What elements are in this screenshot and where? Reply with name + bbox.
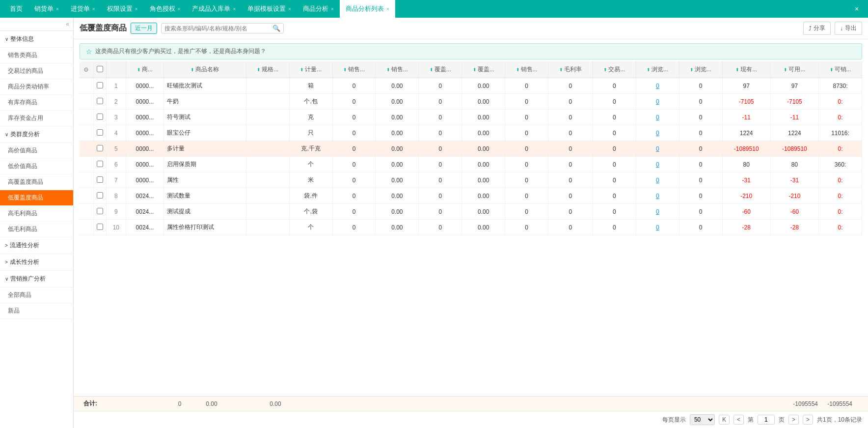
row-browse-a[interactable]: 0	[636, 110, 679, 125]
table-container[interactable]: ⚙ ⬆商... ⬆商品名称 ⬆规格... ⬆计量... ⬆销售... ⬆销售..…	[74, 61, 868, 396]
th-trade[interactable]: ⬆交易...	[593, 61, 636, 78]
th-cover-b[interactable]: ⬆覆盖...	[462, 61, 505, 78]
nav-purchase[interactable]: 进货单 ×	[65, 0, 101, 18]
nav-role-close[interactable]: ×	[178, 6, 181, 12]
search-input[interactable]	[164, 25, 272, 32]
row-settings[interactable]	[80, 204, 93, 220]
row-checkbox[interactable]	[93, 220, 106, 235]
row-settings[interactable]	[80, 125, 93, 141]
row-browse-a[interactable]: 0	[636, 204, 679, 220]
sidebar-item-low-margin[interactable]: 低毛利商品	[0, 222, 73, 237]
row-browse-a[interactable]: 0	[636, 220, 679, 235]
th-sales-qty[interactable]: ⬆销售...	[332, 61, 376, 78]
th-name[interactable]: ⬆商品名称	[163, 61, 246, 78]
select-all-checkbox[interactable]	[97, 66, 103, 72]
nav-product-analysis[interactable]: 商品分析 ×	[297, 0, 340, 18]
sidebar-item-all-goods[interactable]: 全部商品	[0, 287, 73, 303]
row-browse-a[interactable]: 0	[636, 157, 679, 172]
row-browse-a[interactable]: 0	[636, 125, 679, 141]
row-settings[interactable]	[80, 110, 93, 125]
row-settings[interactable]	[80, 157, 93, 172]
sidebar-item-sales-goods[interactable]: 销售类商品	[0, 48, 73, 63]
sidebar-item-low-value[interactable]: 低价值商品	[0, 159, 73, 174]
row-browse-a[interactable]: 0	[636, 172, 679, 188]
last-page-btn[interactable]: >	[803, 415, 813, 425]
nav-role[interactable]: 角色授权 ×	[144, 0, 187, 18]
sidebar-item-category-rate[interactable]: 商品分类动销率	[0, 79, 73, 95]
nav-home[interactable]: 首页	[4, 0, 28, 18]
th-browse-a[interactable]: ⬆浏览...	[636, 61, 679, 78]
per-page-select[interactable]: 50 100 200	[690, 414, 715, 425]
th-spec[interactable]: ⬆规格...	[246, 61, 289, 78]
first-page-btn[interactable]: K	[719, 415, 730, 425]
th-settings[interactable]: ⚙	[80, 61, 93, 78]
th-unit[interactable]: ⬆计量...	[289, 61, 332, 78]
next-page-btn[interactable]: >	[788, 415, 799, 425]
row-checkbox[interactable]	[93, 157, 106, 172]
row-settings[interactable]	[80, 220, 93, 235]
sidebar-item-stock-capital[interactable]: 库存资金占用	[0, 111, 73, 126]
nav-template[interactable]: 单据模板设置 ×	[242, 0, 297, 18]
sidebar-item-high-margin[interactable]: 高毛利商品	[0, 206, 73, 222]
sidebar-collapse-btn[interactable]: «	[0, 18, 73, 31]
nav-product-warehouse-close[interactable]: ×	[233, 6, 236, 12]
row-settings[interactable]	[80, 172, 93, 188]
nav-product-analysis-list[interactable]: 商品分析列表 ×	[340, 0, 395, 18]
row-checkbox[interactable]	[93, 110, 106, 125]
nav-product-warehouse[interactable]: 产成品入库单 ×	[186, 0, 242, 18]
search-icon[interactable]: 🔍	[272, 25, 280, 32]
th-gross-rate[interactable]: ⬆毛利率	[548, 61, 593, 78]
sidebar-item-traded-goods[interactable]: 交易过的商品	[0, 63, 73, 79]
row-settings[interactable]	[80, 78, 93, 94]
nav-purchase-close[interactable]: ×	[92, 6, 95, 12]
row-checkbox[interactable]	[93, 204, 106, 220]
nav-product-analysis-list-close[interactable]: ×	[386, 6, 389, 12]
nav-template-close[interactable]: ×	[288, 6, 291, 12]
row-checkbox[interactable]	[93, 141, 106, 157]
sidebar-section-growth[interactable]: > 成长性分析	[0, 254, 73, 271]
row-checkbox[interactable]	[93, 125, 106, 141]
sidebar-item-stocked-goods[interactable]: 有库存商品	[0, 95, 73, 111]
search-box[interactable]: 🔍	[161, 23, 284, 33]
sidebar-item-high-value[interactable]: 高价值商品	[0, 143, 73, 159]
export-button[interactable]: ↓ 导出	[835, 22, 862, 35]
row-settings[interactable]	[80, 188, 93, 204]
row-checkbox[interactable]	[93, 78, 106, 94]
row-settings[interactable]	[80, 94, 93, 110]
sidebar-item-high-coverage[interactable]: 高覆盖度商品	[0, 174, 73, 190]
nav-sales[interactable]: 销货单 ×	[28, 0, 65, 18]
share-button[interactable]: ⤴ 分享	[803, 22, 831, 35]
sidebar-section-marketing[interactable]: ∨ 营销推广分析	[0, 271, 73, 287]
page-input[interactable]	[758, 415, 775, 425]
th-code[interactable]: ⬆商...	[126, 61, 164, 78]
th-curr-stock[interactable]: ⬆现有...	[722, 61, 770, 78]
row-settings[interactable]	[80, 141, 93, 157]
row-checkbox[interactable]	[93, 172, 106, 188]
row-browse-a[interactable]: 0	[636, 78, 679, 94]
nav-permission[interactable]: 权限设置 ×	[101, 0, 144, 18]
row-browse-a[interactable]: 0	[636, 94, 679, 110]
th-avail-stock[interactable]: ⬆可用...	[770, 61, 818, 78]
th-cover-a[interactable]: ⬆覆盖...	[419, 61, 462, 78]
th-sales-amt[interactable]: ⬆销售...	[376, 61, 419, 78]
sidebar-section-cluster[interactable]: ∨ 类群度分析	[0, 126, 73, 143]
row-browse-a[interactable]: 0	[636, 188, 679, 204]
prev-page-btn[interactable]: <	[733, 415, 744, 425]
nav-product-analysis-close[interactable]: ×	[331, 6, 334, 12]
row-checkbox[interactable]	[93, 188, 106, 204]
nav-permission-close[interactable]: ×	[135, 6, 138, 12]
row-browse-a[interactable]: 0	[636, 141, 679, 157]
period-button[interactable]: 近一月	[131, 23, 157, 34]
row-checkbox[interactable]	[93, 94, 106, 110]
sidebar-item-new-goods[interactable]: 新品	[0, 303, 73, 319]
sidebar-section-liquidity[interactable]: > 流通性分析	[0, 237, 73, 254]
sidebar-section-overall[interactable]: ∨ 整体信息	[0, 31, 73, 48]
th-checkbox[interactable]	[93, 61, 106, 78]
th-browse-b[interactable]: ⬆浏览...	[679, 61, 722, 78]
th-saleable[interactable]: ⬆可销...	[819, 61, 862, 78]
sidebar-item-low-coverage[interactable]: 低覆盖度商品	[0, 190, 73, 206]
nav-sales-close[interactable]: ×	[56, 6, 59, 12]
window-close-button[interactable]: ×	[849, 0, 864, 18]
th-sales-c[interactable]: ⬆销售...	[505, 61, 548, 78]
table-row: 4 0000... 眼宝公仔 只 0 0.00 0 0.00 0 0 0 0 0…	[80, 125, 862, 141]
